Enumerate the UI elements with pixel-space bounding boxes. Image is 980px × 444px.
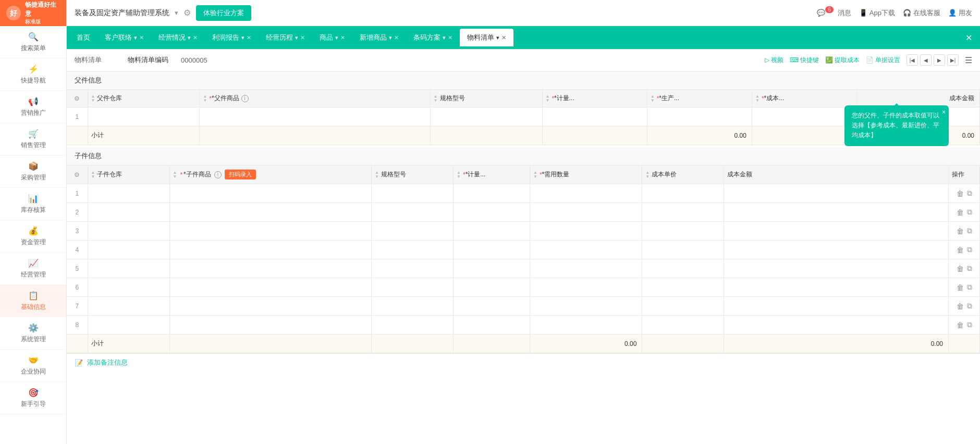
bottom-add-area[interactable]: 📝 添加备注信息	[67, 353, 980, 371]
child-row-7-cost[interactable]	[724, 297, 949, 316]
nav-next-button[interactable]: ▶	[934, 54, 945, 66]
sort-spec-icon[interactable]: ▲▼	[434, 94, 438, 103]
tab-history[interactable]: 经营历程 ▾ ✕	[259, 29, 312, 46]
child-sort-unit-icon[interactable]: ▲▼	[457, 171, 461, 179]
child-row-1-price[interactable]	[642, 184, 724, 203]
child-row-7-spec[interactable]	[372, 297, 454, 316]
child-row-2-copy-icon[interactable]: ⧉	[967, 208, 972, 217]
child-row-5-unit[interactable]	[454, 259, 530, 278]
tab-home[interactable]: 首页	[69, 29, 97, 46]
single-setting-button[interactable]: 📄 单据设置	[866, 56, 900, 65]
child-row-6-price[interactable]	[642, 278, 724, 297]
tab-bom[interactable]: 物料清单 ▾ ✕	[460, 29, 513, 46]
sort-warehouse-icon[interactable]: ▲▼	[91, 94, 95, 103]
child-row-8-warehouse[interactable]	[88, 316, 169, 334]
child-row-6-qty[interactable]	[530, 278, 642, 297]
sidebar-item-search[interactable]: 🔍 搜索菜单	[0, 26, 66, 58]
tab-history-close[interactable]: ✕	[300, 34, 305, 41]
child-row-4-warehouse[interactable]	[88, 241, 169, 259]
sidebar-item-finance[interactable]: 💰 资金管理	[0, 220, 66, 253]
tab-customer-close[interactable]: ✕	[139, 34, 144, 41]
child-row-4-copy-icon[interactable]: ⧉	[967, 245, 972, 254]
sidebar-item-basic-info[interactable]: 📋 基础信息	[0, 285, 66, 317]
child-row-1-cost[interactable]	[724, 184, 949, 203]
child-row-6-unit[interactable]	[454, 278, 530, 297]
child-row-5-product[interactable]	[169, 259, 372, 278]
child-row-2-delete-icon[interactable]: 🗑	[957, 208, 964, 217]
parent-row-1-cost[interactable]	[752, 107, 856, 126]
child-product-info-icon[interactable]: i	[214, 171, 222, 178]
sidebar-item-guide[interactable]: 🎯 新手引导	[0, 382, 66, 414]
child-row-3-qty[interactable]	[530, 222, 642, 241]
tab-new-product[interactable]: 新增商品 ▾ ✕	[352, 29, 406, 46]
message-button[interactable]: 💬 6 消息	[817, 8, 851, 18]
child-row-4-price[interactable]	[642, 241, 724, 259]
child-row-2-unit[interactable]	[454, 203, 530, 222]
child-row-5-copy-icon[interactable]: ⧉	[967, 264, 972, 273]
child-row-7-unit[interactable]	[454, 297, 530, 316]
child-row-3-price[interactable]	[642, 222, 724, 241]
dropdown-arrow-icon[interactable]: ▾	[175, 9, 178, 17]
child-row-7-qty[interactable]	[530, 297, 642, 316]
child-row-7-price[interactable]	[642, 297, 724, 316]
child-sort-product-icon[interactable]: ▲▼	[173, 171, 177, 179]
child-row-5-warehouse[interactable]	[88, 259, 169, 278]
child-row-3-unit[interactable]	[454, 222, 530, 241]
child-sort-spec-icon[interactable]: ▲▼	[375, 171, 379, 179]
sort-cost-icon[interactable]: ▲▼	[755, 94, 760, 103]
parent-row-1-spec[interactable]	[430, 107, 542, 126]
child-row-5-price[interactable]	[642, 259, 724, 278]
tooltip-close-button[interactable]: ×	[942, 107, 946, 117]
tab-barcode[interactable]: 条码方案 ▾ ✕	[406, 29, 460, 46]
tab-product[interactable]: 商品 ▾ ✕	[312, 29, 352, 46]
sidebar-item-marketing[interactable]: 📢 营销推广	[0, 91, 66, 123]
sidebar-item-inventory[interactable]: 📊 库存核算	[0, 188, 66, 220]
child-row-3-product[interactable]	[169, 222, 372, 241]
child-row-4-delete-icon[interactable]: 🗑	[957, 246, 964, 254]
child-row-2-warehouse[interactable]	[88, 203, 169, 222]
child-row-8-price[interactable]	[642, 316, 724, 334]
child-row-4-cost[interactable]	[724, 241, 949, 259]
parent-row-1-unit[interactable]	[542, 107, 647, 126]
shortcut-button[interactable]: ⌨ 快捷键	[790, 56, 819, 65]
tab-product-close[interactable]: ✕	[340, 34, 345, 41]
child-sort-warehouse-icon[interactable]: ▲▼	[91, 171, 95, 179]
nav-last-button[interactable]: ▶|	[947, 54, 959, 66]
child-row-1-copy-icon[interactable]: ⧉	[967, 189, 972, 198]
child-row-1-warehouse[interactable]	[88, 184, 169, 203]
video-button[interactable]: ▷ 视频	[765, 56, 783, 65]
tab-profit-close[interactable]: ✕	[247, 34, 251, 41]
global-close-button[interactable]: ✕	[960, 33, 977, 43]
breadcrumb-parent[interactable]: 物料清单	[75, 55, 102, 65]
child-row-8-cost[interactable]	[724, 316, 949, 334]
tab-customer[interactable]: 客户联络 ▾ ✕	[97, 29, 151, 46]
child-row-8-copy-icon[interactable]: ⧉	[967, 320, 972, 329]
child-row-6-copy-icon[interactable]: ⧉	[967, 283, 972, 292]
child-row-2-cost[interactable]	[724, 203, 949, 222]
app-download-button[interactable]: 📱 App下载	[859, 8, 895, 18]
child-row-7-copy-icon[interactable]: ⧉	[967, 302, 972, 310]
sort-unit-icon[interactable]: ▲▼	[546, 94, 550, 103]
child-row-8-unit[interactable]	[454, 316, 530, 334]
child-row-3-cost[interactable]	[724, 222, 949, 241]
child-row-4-qty[interactable]	[530, 241, 642, 259]
child-row-3-delete-icon[interactable]: 🗑	[957, 227, 964, 235]
child-row-5-spec[interactable]	[372, 259, 454, 278]
sidebar-item-purchase[interactable]: 📦 采购管理	[0, 155, 66, 188]
child-row-1-spec[interactable]	[372, 184, 454, 203]
sidebar-item-enterprise[interactable]: 🤝 企业协同	[0, 350, 66, 382]
child-row-1-qty[interactable]	[530, 184, 642, 203]
child-row-4-product[interactable]	[169, 241, 372, 259]
child-row-8-product[interactable]	[169, 316, 372, 334]
extract-cost-button[interactable]: 💹 提取成本	[825, 56, 860, 65]
child-row-2-qty[interactable]	[530, 203, 642, 222]
sidebar-item-quick-nav[interactable]: ⚡ 快捷导航	[0, 58, 66, 91]
scan-button[interactable]: 扫码录入	[225, 170, 256, 179]
child-row-8-delete-icon[interactable]: 🗑	[957, 321, 964, 329]
tab-bom-close[interactable]: ✕	[501, 34, 506, 41]
parent-row-1-warehouse[interactable]	[88, 107, 200, 126]
child-row-1-product[interactable]	[169, 184, 372, 203]
sort-product-icon[interactable]: ▲▼	[203, 94, 207, 103]
sort-production-icon[interactable]: ▲▼	[651, 94, 655, 103]
tab-profit[interactable]: 利润报告 ▾ ✕	[205, 29, 259, 46]
